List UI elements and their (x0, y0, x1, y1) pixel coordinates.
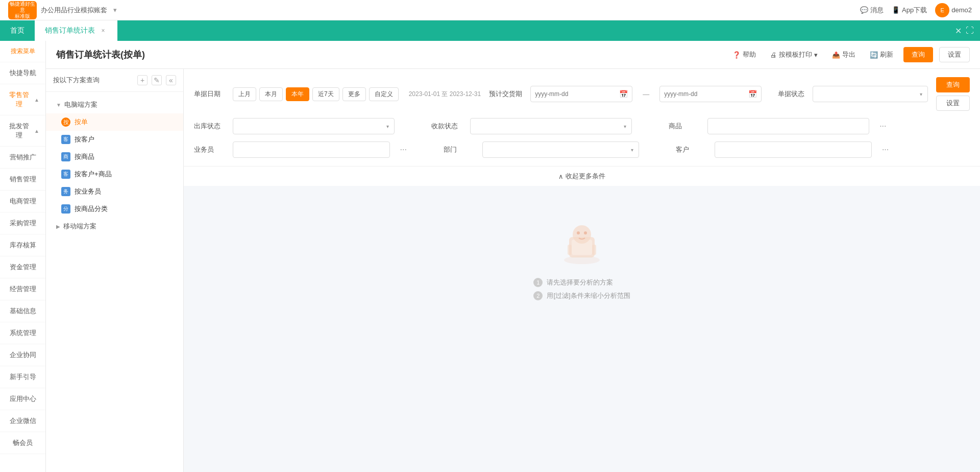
department-select[interactable]: ▾ (482, 141, 640, 158)
query-button-header[interactable]: 查询 (903, 47, 933, 62)
wechat-label: 企业微信 (10, 416, 36, 426)
last-month-btn[interactable]: 上月 (233, 87, 256, 101)
last7days-btn[interactable]: 近7天 (312, 87, 339, 101)
sidebar-item-member[interactable]: 畅会员 (0, 432, 45, 454)
delivery-status-select[interactable]: ▾ (233, 118, 395, 134)
tab-close-icon[interactable]: × (99, 27, 107, 35)
inventory-label: 库存核算 (10, 241, 36, 250)
bill-status-select[interactable]: ▾ (813, 86, 928, 102)
by-category-label: 按商品分类 (75, 204, 108, 214)
help-icon: ❓ (732, 51, 741, 59)
product-more-icon[interactable]: ··· (879, 122, 886, 131)
edit-scheme-icon[interactable]: ✎ (152, 75, 162, 85)
export-icon: 📤 (832, 51, 840, 59)
dropdown-icon[interactable]: ▾ (113, 6, 117, 14)
expected-date-to-input[interactable] (664, 90, 746, 98)
by-customer-product-icon: 客 (61, 170, 70, 179)
retail-label: 零售管理 (6, 90, 32, 109)
sidebar-item-ecommerce[interactable]: 电商管理 (0, 191, 45, 213)
sidebar-item-enterprise[interactable]: 企业协同 (0, 344, 45, 366)
sidebar-quick-nav[interactable]: 快捷导航 (0, 62, 45, 84)
department-label: 部门 (444, 145, 474, 154)
tree-item-by-customer[interactable]: 客 按客户 (46, 131, 183, 148)
tree-expand-icon: ▼ (56, 102, 61, 108)
salesperson-more-icon[interactable]: ··· (400, 145, 407, 154)
template-print-button[interactable]: 🖨 按模板打印 ▾ (766, 48, 822, 61)
quick-nav-label: 快捷导航 (10, 68, 36, 78)
tree-item-by-product[interactable]: 商 按商品 (46, 148, 183, 166)
tree-item-by-order[interactable]: 按 按单 (46, 113, 183, 131)
user-name-label: demo2 (951, 6, 972, 14)
sidebar-item-operations[interactable]: 经营管理 (0, 278, 45, 300)
retail-arrow: ▲ (34, 97, 39, 103)
tree-mobile-header[interactable]: ▶ 移动端方案 (46, 218, 183, 235)
customer-more-icon[interactable]: ··· (882, 145, 889, 154)
sidebar-item-guide[interactable]: 新手引导 (0, 366, 45, 388)
empty-tip-1: 1 请先选择要分析的方案 (533, 278, 630, 287)
settings-button-2[interactable]: 设置 (936, 96, 970, 111)
sidebar-item-appcenter[interactable]: 应用中心 (0, 388, 45, 410)
svg-rect-6 (568, 245, 572, 255)
sidebar-item-sales[interactable]: 销售管理 (0, 169, 45, 191)
tree-item-by-category[interactable]: 分 按商品分类 (46, 200, 183, 218)
sidebar-item-finance[interactable]: 资金管理 (0, 256, 45, 278)
help-button[interactable]: ❓ 帮助 (728, 48, 760, 61)
tab-sales-order[interactable]: 销售订单统计表 × (35, 20, 117, 41)
sidebar-search[interactable]: 搜索菜单 (0, 41, 45, 62)
ecommerce-label: 电商管理 (10, 197, 36, 206)
close-window-icon[interactable]: ✕ (955, 26, 962, 36)
sidebar-item-inventory[interactable]: 库存核算 (0, 234, 45, 256)
expected-date-from[interactable]: 📅 (530, 86, 632, 102)
product-input[interactable] (707, 118, 869, 134)
sidebar-item-system[interactable]: 系统管理 (0, 322, 45, 344)
refresh-button[interactable]: 🔄 刷新 (866, 48, 897, 61)
collapse-row[interactable]: ∧ 收起更多条件 (184, 166, 980, 186)
message-label: 消息 (870, 6, 884, 15)
tree-section: ▼ 电脑端方案 按 按单 客 按客户 商 按商品 (46, 92, 183, 239)
by-salesperson-icon: 务 (61, 187, 70, 196)
query-button[interactable]: 查询 (936, 77, 970, 92)
by-category-icon: 分 (61, 204, 70, 214)
customer-input[interactable] (715, 141, 872, 158)
sidebar-item-marketing[interactable]: 营销推广 (0, 147, 45, 169)
more-date-btn[interactable]: 更多 (342, 87, 366, 101)
settings-button[interactable]: 设置 (939, 47, 970, 62)
sidebar-item-wholesale[interactable]: 批发管理 ▲ (0, 115, 45, 147)
tree-item-by-customer-product[interactable]: 客 按客户+商品 (46, 166, 183, 183)
topbar: 畅捷通好生意 标准版 办公用品行业模拟账套 ▾ 💬 消息 📱 App下载 E d… (0, 0, 980, 20)
this-month-btn[interactable]: 本月 (259, 87, 283, 101)
expected-date-from-input[interactable] (535, 90, 617, 98)
tab-home-label: 首页 (10, 26, 24, 35)
salesperson-input[interactable] (233, 141, 390, 158)
expected-date-to[interactable]: 📅 (659, 86, 762, 102)
tree-item-by-salesperson[interactable]: 务 按业务员 (46, 183, 183, 200)
sidebar-item-retail[interactable]: 零售管理 ▲ (0, 84, 45, 115)
tabbar: 首页 销售订单统计表 × ✕ ⛶ (0, 20, 980, 41)
svg-point-5 (584, 231, 587, 234)
svg-point-3 (573, 225, 591, 244)
filter-section: 单据日期 上月 本月 本年 近7天 更多 自定义 2023-01-01 至 20… (184, 69, 980, 166)
custom-date-btn[interactable]: 自定义 (369, 87, 399, 101)
add-scheme-icon[interactable]: + (137, 75, 148, 85)
this-year-btn[interactable]: 本年 (286, 87, 309, 101)
page-title: 销售订单统计表(按单) (56, 49, 145, 61)
export-button[interactable]: 📤 导出 (828, 48, 860, 61)
print-icon: 🖨 (770, 51, 777, 59)
sidebar-item-basic[interactable]: 基础信息 (0, 300, 45, 322)
right-content: 单据日期 上月 本月 本年 近7天 更多 自定义 2023-01-01 至 20… (184, 69, 980, 472)
app-download-button[interactable]: 📱 App下载 (892, 6, 927, 15)
page-header: 销售订单统计表(按单) ❓ 帮助 🖨 按模板打印 ▾ 📤 导出 🔄 刷新 (46, 41, 980, 69)
message-button[interactable]: 💬 消息 (860, 6, 884, 15)
sidebar-item-wechat[interactable]: 企业微信 (0, 410, 45, 432)
tree-mobile-label: 移动端方案 (63, 222, 96, 231)
download-icon: 📱 (892, 6, 900, 14)
user-menu[interactable]: E demo2 (935, 3, 972, 17)
print-dropdown-icon: ▾ (814, 51, 818, 59)
tree-desktop-header[interactable]: ▼ 电脑端方案 (46, 96, 183, 113)
guide-label: 新手引导 (10, 372, 36, 382)
tab-home[interactable]: 首页 (0, 20, 35, 41)
maximize-icon[interactable]: ⛶ (966, 26, 974, 35)
sidebar-item-purchase[interactable]: 采购管理 (0, 213, 45, 234)
payment-status-select[interactable]: ▾ (470, 118, 632, 134)
collapse-panel-icon[interactable]: « (166, 75, 176, 85)
